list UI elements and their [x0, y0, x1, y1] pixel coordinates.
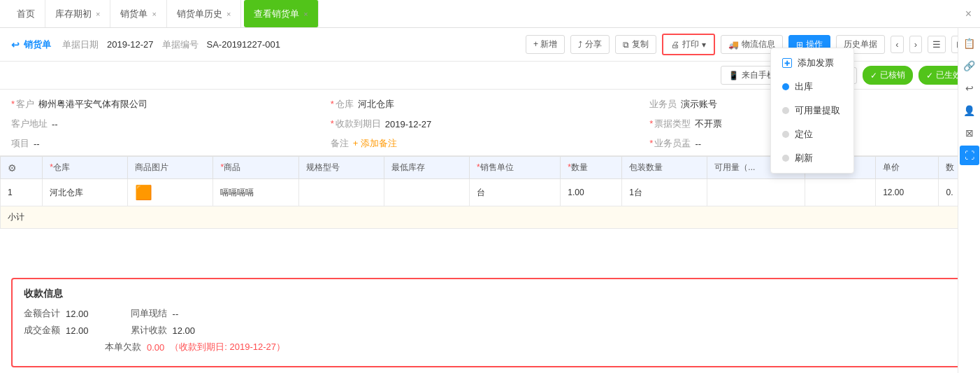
sidebar-icon-user[interactable]: 👤 — [960, 101, 979, 120]
nav-next-button[interactable]: › — [909, 36, 922, 53]
project-field: 项目 -- — [11, 137, 331, 150]
row-qty: 1.00 — [561, 179, 622, 206]
col-price: 单价 — [876, 157, 939, 179]
staff-label: 业务员 — [649, 98, 677, 111]
col-unit: *销售单位 — [469, 157, 560, 179]
window-close-button[interactable]: × — [965, 8, 972, 20]
print-highlight: 🖨 打印 ▾ — [662, 34, 715, 55]
date-value: 2019-12-27 — [107, 39, 154, 50]
copy-icon: ⧉ — [623, 40, 629, 50]
tab-sales-history-close[interactable]: × — [226, 10, 231, 18]
tab-home[interactable]: 首页 — [7, 0, 45, 27]
add-note-button[interactable]: + 添加备注 — [353, 137, 397, 150]
payment-info-box: 收款信息 金额合计 12.00 同单现结 -- 成交金额 12.00 累计收款 — [11, 278, 969, 367]
col-spec: 规格型号 — [298, 157, 384, 179]
dropdown-locate[interactable]: 定位 — [771, 122, 853, 146]
sidebar-icon-expand[interactable]: ⛶ — [960, 146, 979, 165]
balance-note: （收款到期日: 2019-12-27） — [170, 341, 285, 353]
row-available — [707, 179, 805, 206]
operation-dropdown: ✚ 添加发票 出库 可用量提取 定位 刷新 — [770, 48, 854, 174]
staff2-label: 业务员盂 — [649, 137, 691, 150]
subtotal-row: 小计 — [1, 206, 980, 229]
no-value: SA-20191227-001 — [207, 39, 281, 50]
share-icon: ⤴ — [578, 40, 582, 50]
due-date-label: 收款到期日 — [331, 118, 381, 130]
sidebar-icon-doc[interactable]: 📋 — [960, 34, 979, 53]
view-list-button[interactable]: ☰ — [928, 36, 946, 53]
phone-icon: 📱 — [728, 71, 739, 80]
project-label: 项目 — [11, 137, 29, 150]
row-product: 嗝嗝嗝嗝 — [213, 179, 298, 206]
cumulative-label: 累计收款 — [131, 324, 167, 337]
row-no: 1 — [1, 179, 43, 206]
deal-amount-label: 成交金额 — [24, 324, 60, 337]
warehouse-value: 河北仓库 — [358, 98, 394, 111]
verified-button[interactable]: ✓ 已核销 — [863, 66, 913, 85]
tab-view-sales[interactable]: 查看销货单 × — [244, 0, 318, 27]
customer-value: 柳州粤港平安气体有限公司 — [38, 98, 147, 111]
deal-amount-field: 成交金额 12.00 — [24, 324, 89, 337]
sidebar-icon-grid[interactable]: ⊠ — [960, 123, 979, 143]
dropdown-add-invoice[interactable]: ✚ 添加发票 — [771, 51, 853, 75]
customer-field: 客户 柳州粤港平安气体有限公司 — [11, 98, 331, 111]
doc-title-text: 销货单 — [24, 38, 51, 51]
total-amount-value: 12.00 — [66, 309, 89, 319]
doc-meta: 单据日期 2019-12-27 单据编号 SA-20191227-001 — [62, 38, 280, 51]
copy-button[interactable]: ⧉ 复制 — [615, 35, 656, 54]
cumulative-field: 累计收款 12.00 — [131, 324, 196, 337]
payment-row-2: 成交金额 12.00 累计收款 12.00 — [24, 324, 956, 337]
tab-sales-history[interactable]: 销货单历史 × — [167, 0, 241, 27]
new-button[interactable]: + 新增 — [526, 35, 565, 54]
tab-view-sales-close[interactable]: × — [303, 10, 308, 18]
same-order-value: -- — [173, 309, 179, 319]
date-label: 单据日期 — [62, 38, 99, 51]
due-date-field: 收款到期日 2019-12-27 — [331, 118, 650, 130]
print-button[interactable]: 🖨 打印 ▾ — [664, 36, 713, 53]
no-label: 单据编号 — [162, 38, 199, 51]
col-gear: ⚙ — [1, 157, 43, 179]
row-warehouse: 河北仓库 — [43, 179, 128, 206]
customer-label: 客户 — [11, 98, 34, 111]
share-button[interactable]: ⤴ 分享 — [570, 35, 610, 54]
payment-row-1: 金额合计 12.00 同单现结 -- — [24, 307, 956, 320]
sidebar-icon-link[interactable]: 🔗 — [960, 56, 979, 76]
row-spec — [298, 179, 384, 206]
due-date-value: 2019-12-27 — [385, 119, 432, 129]
dropdown-outbound[interactable]: 出库 — [771, 75, 853, 99]
dropdown-available-qty[interactable]: 可用量提取 — [771, 99, 853, 122]
locate-dot-icon — [782, 131, 789, 138]
doc-title: ↩ 销货单 — [11, 38, 51, 51]
total-amount-field: 金额合计 12.00 — [24, 307, 89, 320]
print-arrow: ▾ — [702, 40, 706, 50]
subtotal-label: 小计 — [1, 206, 980, 229]
tab-sales-close[interactable]: × — [152, 10, 156, 18]
address-label: 客户地址 — [11, 118, 48, 130]
address-value: -- — [52, 119, 58, 129]
verified-icon: ✓ — [870, 71, 877, 80]
dropdown-refresh[interactable]: 刷新 — [771, 146, 853, 170]
sidebar-icon-return[interactable]: ↩ — [960, 78, 979, 98]
row-min-stock — [384, 179, 469, 206]
row-image: 🟧 — [128, 179, 213, 206]
balance-label: 本单欠款 — [105, 341, 141, 353]
effective-icon: ✓ — [926, 71, 933, 80]
warehouse-field: 仓库 河北仓库 — [331, 98, 650, 111]
tab-sales[interactable]: 销货单 × — [110, 0, 166, 27]
add-invoice-icon: ✚ — [782, 58, 792, 68]
tab-inventory-close[interactable]: × — [96, 10, 100, 18]
col-warehouse: *仓库 — [43, 157, 128, 179]
row-stock — [805, 179, 876, 206]
doc-icon: ↩ — [11, 39, 20, 50]
warehouse-label: 仓库 — [331, 98, 354, 111]
col-image: 商品图片 — [128, 157, 213, 179]
nav-prev-button[interactable]: ‹ — [891, 36, 903, 53]
balance-value: 0.00 — [147, 342, 164, 353]
refresh-dot-icon — [782, 155, 789, 162]
logistics-icon: 🚚 — [728, 40, 739, 50]
tab-inventory[interactable]: 库存期初 × — [45, 0, 110, 27]
cumulative-value: 12.00 — [173, 325, 196, 336]
ticket-value: 不开票 — [695, 118, 722, 130]
same-order-label: 同单现结 — [131, 307, 167, 320]
outbound-dot-icon — [782, 83, 789, 90]
note-label: 备注 — [331, 137, 349, 150]
